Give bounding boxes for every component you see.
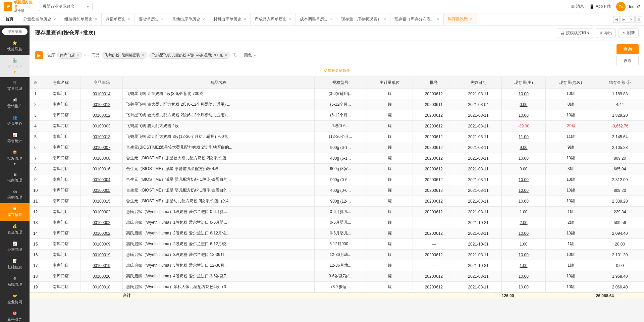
filter-expand-btn[interactable]: ▶ bbox=[35, 51, 43, 59]
row-qty-main-5[interactable]: 9.00 bbox=[502, 142, 545, 153]
row-qty-main-0[interactable]: 10.00 bbox=[502, 89, 545, 99]
row-qty-main-8[interactable]: 10.00 bbox=[502, 174, 545, 185]
row-code-10[interactable]: 00100015 bbox=[80, 196, 123, 207]
row-code-14[interactable]: 00100009 bbox=[80, 239, 123, 250]
close-demand-tab[interactable]: ✕ bbox=[161, 17, 164, 21]
refresh-btn[interactable]: ↻ 刷新 bbox=[619, 28, 639, 38]
row-code-18[interactable]: 00100018 bbox=[80, 282, 123, 293]
template-print-btn[interactable]: 🖨 按模板打印 ▾ bbox=[557, 28, 593, 38]
goods-more[interactable]: 飞... bbox=[232, 52, 240, 58]
row-code-9[interactable]: 00100005 bbox=[80, 185, 123, 196]
row-qty-main-10[interactable]: 10.00 bbox=[502, 196, 545, 207]
expand-more-conditions[interactable]: ⋁ 展开更多条件 bbox=[35, 68, 639, 73]
sidebar-item-marketing[interactable]: 📢 营销推广 bbox=[0, 95, 30, 112]
row-qty-main-14[interactable]: 1.00 bbox=[502, 239, 545, 250]
warehouse-tag-0[interactable]: 南库门店 ✕ bbox=[57, 52, 82, 59]
close-batch-account-tab[interactable]: ✕ bbox=[470, 17, 473, 21]
row-code-3[interactable]: 00100003 bbox=[80, 121, 123, 131]
close-dismantle-tab[interactable]: ✕ bbox=[95, 17, 97, 21]
goods-tag-1[interactable]: 飞鹤星飞帆 儿童奶粉 4段(3-6岁适用) 700克 ✕ bbox=[149, 52, 230, 59]
row-qty-main-17[interactable]: 10.00 bbox=[502, 271, 545, 282]
row-qty-main-2[interactable]: 10.00 bbox=[502, 110, 545, 121]
sidebar-item-finance[interactable]: 💰 资金管理 bbox=[0, 221, 30, 238]
close-split-tab[interactable]: ✕ bbox=[53, 17, 56, 21]
tab-split[interactable]: 分量盘点单历史 ✕ bbox=[19, 13, 60, 25]
row-qty-main-13[interactable]: 10.00 bbox=[502, 228, 545, 239]
row-code-15[interactable]: 00100019 bbox=[80, 250, 123, 260]
row-code-4[interactable]: 00100013 bbox=[80, 131, 123, 142]
row-qty-main-9[interactable]: 10.00 bbox=[502, 185, 545, 196]
sidebar-item-retail-shop[interactable]: 🛒 零售商城 bbox=[0, 77, 30, 95]
sidebar-item-purchase[interactable]: 🛍 采购管理 bbox=[0, 186, 30, 203]
close-material-out-tab[interactable]: ✕ bbox=[244, 17, 246, 21]
query-btn[interactable]: 查询 bbox=[616, 44, 639, 54]
tab-batch-account[interactable]: 库存批次账 ✕ bbox=[444, 13, 477, 25]
close-other-out-tab[interactable]: ✕ bbox=[202, 17, 205, 21]
warehouse-more[interactable]: ··· bbox=[84, 53, 88, 58]
tab-product-in[interactable]: 产成品入库单历史 ✕ bbox=[251, 13, 296, 25]
close-cost-adjust-tab[interactable]: ✕ bbox=[330, 17, 333, 21]
tab-home[interactable]: 首页 bbox=[0, 13, 19, 25]
setting-btn[interactable]: 设置 bbox=[616, 56, 639, 66]
close-mix-tab[interactable]: ✕ bbox=[128, 17, 130, 21]
row-code-5[interactable]: 00100007 bbox=[80, 142, 123, 153]
close-inventory-dist-tab[interactable]: ✕ bbox=[437, 17, 439, 21]
tab-next-btn[interactable]: ▶ bbox=[621, 16, 627, 23]
remove-goods-tag-1[interactable]: ✕ bbox=[224, 53, 227, 57]
sidebar-item-wholesale[interactable]: 📦 批发管理 ▼ bbox=[0, 147, 30, 169]
remove-goods-tag-0[interactable]: ✕ bbox=[141, 53, 144, 57]
tab-menu-btn[interactable]: ☰ bbox=[635, 16, 642, 23]
row-qty-main-1[interactable]: 0.00 bbox=[502, 99, 545, 110]
message-btn[interactable]: ✉ 消息 bbox=[571, 4, 584, 9]
row-code-2[interactable]: 00100012 bbox=[80, 110, 123, 121]
row-qty-main-7[interactable]: 3.00 bbox=[502, 164, 545, 174]
sidebar-item-quick-nav[interactable]: ⭐ 快捷导航 bbox=[0, 38, 30, 55]
sidebar-item-ecommerce[interactable]: 🖥 电商管理 bbox=[0, 169, 30, 186]
tab-mix[interactable]: 调拨单历史 ✕ bbox=[102, 13, 135, 25]
row-code-12[interactable]: 00100002 bbox=[80, 217, 123, 228]
sidebar-item-retail-mgmt[interactable]: 🏪 零售管理 ▼ bbox=[0, 55, 30, 77]
column-settings-icon[interactable]: ⚙ bbox=[34, 80, 37, 85]
row-code-17[interactable]: 00100020 bbox=[80, 271, 123, 282]
row-code-16[interactable]: 00100019 bbox=[80, 260, 123, 271]
workspace-selector[interactable]: 母婴行业演示账套 ▾ bbox=[39, 2, 93, 11]
row-code-7[interactable]: 00100016 bbox=[80, 164, 123, 174]
tab-close-btn[interactable]: ✕ bbox=[628, 16, 635, 23]
row-code-6[interactable]: 00100008 bbox=[80, 153, 123, 164]
row-code-11[interactable]: 00100002 bbox=[80, 207, 123, 217]
sidebar-item-system[interactable]: ⚙ 系统管理 bbox=[0, 273, 30, 290]
tab-prev-btn[interactable]: ◀ bbox=[613, 16, 620, 23]
row-code-13[interactable]: 00100002 bbox=[80, 228, 123, 239]
row-code-0[interactable]: 00100014 bbox=[80, 89, 123, 99]
row-qty-main-16[interactable]: 1.00 bbox=[502, 260, 545, 271]
sidebar-item-retail-stats[interactable]: 📊 零售统计 bbox=[0, 129, 30, 147]
sidebar-item-basic[interactable]: 📝 基础信息 bbox=[0, 256, 30, 273]
col-settings[interactable]: ⚙ bbox=[30, 77, 41, 89]
export-btn[interactable]: ⬇ 导出 bbox=[596, 28, 616, 38]
sidebar-item-corp-coop[interactable]: 🤝 企业协同 bbox=[0, 290, 30, 308]
sidebar-item-inventory[interactable]: 📋 库存核算 bbox=[0, 203, 30, 221]
row-qty-main-18[interactable]: 10.00 bbox=[502, 282, 545, 293]
sidebar-item-member[interactable]: 👥 会员中心 bbox=[0, 112, 30, 129]
tab-other-out[interactable]: 其他出库单历史 ✕ bbox=[168, 13, 209, 25]
row-qty-main-3[interactable]: -39.00 bbox=[502, 121, 545, 131]
row-qty-main-6[interactable]: 10.00 bbox=[502, 153, 545, 164]
tab-material-out[interactable]: 材料出库单历史 ✕ bbox=[209, 13, 251, 25]
tab-inventory-status[interactable]: 现存量（库存状况表） ✕ bbox=[337, 13, 390, 25]
row-qty-main-12[interactable]: 2.00 bbox=[502, 217, 545, 228]
row-code-8[interactable]: 00100004 bbox=[80, 174, 123, 185]
sidebar-search-input[interactable] bbox=[2, 28, 28, 35]
row-qty-main-15[interactable]: 10.00 bbox=[502, 250, 545, 260]
tab-inventory-dist[interactable]: 现存量（库存分布表） ✕ bbox=[390, 13, 444, 25]
row-code-1[interactable]: 00100012 bbox=[80, 99, 123, 110]
tab-demand[interactable]: 要货单历史 ✕ bbox=[135, 13, 168, 25]
sidebar-item-new-guide[interactable]: 🎯 新手引导 bbox=[0, 308, 30, 322]
sidebar-item-operation[interactable]: 📈 经营管理 bbox=[0, 238, 30, 256]
tab-dismantle[interactable]: 组装拆卸单历史 ✕ bbox=[60, 13, 102, 25]
row-qty-main-11[interactable]: 1.00 bbox=[502, 207, 545, 217]
row-qty-main-4[interactable]: 11.00 bbox=[502, 131, 545, 142]
app-download-btn[interactable]: 📱 App下载 bbox=[589, 4, 611, 9]
goods-tag-0[interactable]: 飞鹤奶粉3段四罐提装 ✕ bbox=[102, 52, 147, 59]
user-area[interactable]: Ea demo2 bbox=[616, 2, 640, 11]
close-product-in-tab[interactable]: ✕ bbox=[289, 17, 291, 21]
